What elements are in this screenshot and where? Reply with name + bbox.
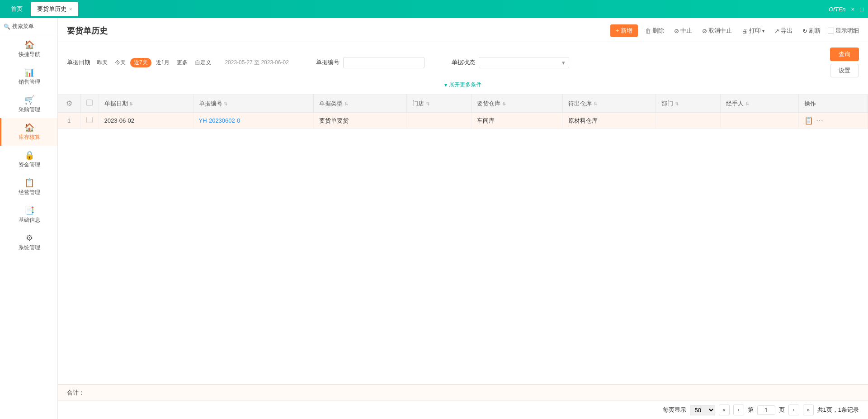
finance-mgmt-icon: 🔒 [24, 151, 34, 159]
row-department [656, 113, 721, 129]
sidebar-item-purchase-mgmt[interactable]: 🛒 采购管理 [0, 90, 57, 118]
sidebar-item-system-mgmt[interactable]: ⚙ 系统管理 [0, 229, 57, 256]
expand-more-row: ▾ 展开更多条件 [67, 81, 859, 89]
print-button[interactable]: 🖨 打印 ▾ [739, 25, 767, 37]
export-button[interactable]: ↗ 导出 [772, 25, 795, 37]
col-doc-type: 单据类型 ⇅ [314, 95, 407, 113]
row-checkbox[interactable] [80, 113, 99, 129]
operations-mgmt-icon: 📋 [24, 179, 34, 187]
date-btn-today[interactable]: 今天 [112, 58, 128, 67]
cancel-stop-button[interactable]: ⊘ 取消中止 [699, 25, 735, 37]
date-filter-buttons: 昨天 今天 近7天 近1月 更多 自定义 [94, 58, 214, 67]
sidebar-item-operations-mgmt[interactable]: 📋 经营管理 [0, 173, 57, 201]
filter-group-date: 单据日期 昨天 今天 近7天 近1月 更多 自定义 [67, 58, 214, 67]
date-btn-more[interactable]: 更多 [174, 58, 190, 67]
sort-pending-warehouse-icon[interactable]: ⇅ [594, 101, 597, 106]
sort-handler-icon[interactable]: ⇅ [745, 101, 749, 106]
doc-number-link[interactable]: YH-20230602-0 [199, 117, 241, 124]
page-number-input[interactable] [757, 405, 775, 415]
table-check-col[interactable] [80, 95, 99, 113]
sidebar-item-operations-mgmt-label: 经营管理 [19, 189, 40, 196]
col-department: 部门 ⇅ [656, 95, 721, 113]
show-detail-check-icon[interactable] [828, 28, 834, 34]
date-btn-yesterday[interactable]: 昨天 [94, 58, 110, 67]
sidebar-item-finance-mgmt[interactable]: 🔒 资金管理 [0, 146, 57, 173]
tab-requisition-history[interactable]: 要货单历史 × [31, 2, 78, 16]
sidebar-item-inventory[interactable]: 🏠 库存核算 [0, 118, 57, 146]
query-button[interactable]: 查询 [830, 48, 859, 61]
sidebar-item-sales-mgmt-label: 销售管理 [19, 78, 40, 86]
basic-info-icon: 📑 [24, 206, 34, 214]
requisition-tab-label: 要货单历史 [37, 5, 66, 13]
row-more-icon[interactable]: ⋯ [816, 116, 823, 125]
prev-page-btn[interactable]: ‹ [733, 405, 744, 415]
delete-button[interactable]: 🗑 删除 [642, 25, 667, 37]
row-actions: 📋 ⋯ [798, 113, 868, 129]
next-page-btn[interactable]: › [788, 405, 799, 415]
row-req-warehouse: 车间库 [472, 113, 563, 129]
purchase-mgmt-icon: 🛒 [24, 96, 34, 104]
row-doc-number: YH-20230602-0 [193, 113, 314, 129]
col-doc-date: 单据日期 ⇅ [99, 95, 193, 113]
system-mgmt-icon: ⚙ [26, 234, 33, 242]
expand-more-button[interactable]: ▾ 展开更多条件 [444, 81, 481, 89]
row-doc-type: 要货单要货 [314, 113, 407, 129]
date-filter-label: 单据日期 [67, 58, 90, 67]
total-label: 合计： [67, 389, 85, 397]
refresh-button[interactable]: ↻ 刷新 [800, 25, 823, 37]
page-size-select[interactable]: 20 50 100 [690, 405, 715, 415]
doc-number-input[interactable] [343, 57, 425, 68]
col-req-warehouse: 要货仓库 ⇅ [472, 95, 563, 113]
window-close-icon[interactable]: × [851, 6, 855, 13]
tab-home[interactable]: 首页 [5, 2, 29, 16]
new-button[interactable]: + 新增 [610, 24, 638, 37]
filter-area: 单据日期 昨天 今天 近7天 近1月 更多 自定义 2023-05-27 至 2… [58, 42, 868, 95]
pagination-row: 每页显示 20 50 100 « ‹ 第 页 › » 共1页，1条记录 [58, 400, 868, 419]
sidebar-search[interactable]: 🔍 搜索菜单 [0, 18, 57, 35]
show-detail-checkbox[interactable]: 显示明细 [828, 27, 859, 35]
sort-department-icon[interactable]: ⇅ [675, 101, 679, 106]
home-tab-label: 首页 [11, 5, 23, 13]
stop-icon: ⊘ [674, 28, 679, 34]
filter-group-doc-status: 单据状态 ▾ [452, 57, 569, 68]
col-pending-warehouse: 待出仓库 ⇅ [563, 95, 656, 113]
delete-icon: 🗑 [645, 28, 651, 34]
content-area: 要货单历史 + 新增 🗑 删除 ⊘ 中止 ⊘ 取消中止 🖨 打印 [58, 18, 868, 419]
stop-button[interactable]: ⊘ 中止 [671, 25, 695, 37]
col-handler: 经手人 ⇅ [721, 95, 799, 113]
date-btn-custom[interactable]: 自定义 [192, 58, 214, 67]
sidebar-item-purchase-mgmt-label: 采购管理 [19, 106, 40, 114]
sort-doc-type-icon[interactable]: ⇅ [344, 101, 348, 106]
doc-number-filter-label: 单据编号 [316, 58, 340, 67]
table-settings-col[interactable]: ⚙ [58, 95, 80, 113]
print-dropdown-icon: ▾ [762, 29, 764, 33]
query-settings-btns: 查询 设置 [830, 48, 859, 77]
sort-req-warehouse-icon[interactable]: ⇅ [502, 101, 506, 106]
delete-label: 删除 [652, 27, 664, 35]
sidebar-item-sales-mgmt[interactable]: 📊 销售管理 [0, 63, 57, 90]
date-btn-last7days[interactable]: 近7天 [130, 58, 151, 67]
sort-store-icon[interactable]: ⇅ [426, 101, 429, 106]
row-view-icon[interactable]: 📋 [804, 116, 813, 125]
sidebar-item-quick-nav[interactable]: 🏠 快捷导航 [0, 35, 57, 63]
expand-more-label: 展开更多条件 [449, 81, 481, 89]
sidebar-item-finance-mgmt-label: 资金管理 [19, 161, 40, 169]
window-maximize-icon[interactable]: □ [860, 6, 863, 13]
filter-settings-button[interactable]: 设置 [830, 64, 859, 77]
sort-doc-date-icon[interactable]: ⇅ [129, 101, 133, 106]
row-index: 1 [58, 113, 80, 129]
sidebar-item-basic-info[interactable]: 📑 基础信息 [0, 201, 57, 229]
col-doc-number: 单据编号 ⇅ [193, 95, 314, 113]
sales-mgmt-icon: 📊 [24, 68, 34, 76]
select-all-checkbox[interactable] [86, 100, 93, 106]
page-label: 页 [779, 406, 785, 414]
row-store [406, 113, 471, 129]
first-page-btn[interactable]: « [719, 405, 730, 415]
date-btn-last1month[interactable]: 近1月 [153, 58, 173, 67]
sort-doc-number-icon[interactable]: ⇅ [224, 101, 227, 106]
last-page-btn[interactable]: » [803, 405, 814, 415]
close-tab-icon[interactable]: × [69, 6, 72, 12]
sidebar-item-inventory-label: 库存核算 [19, 133, 40, 141]
doc-status-select[interactable]: ▾ [479, 57, 569, 68]
show-detail-label: 显示明细 [835, 27, 859, 35]
